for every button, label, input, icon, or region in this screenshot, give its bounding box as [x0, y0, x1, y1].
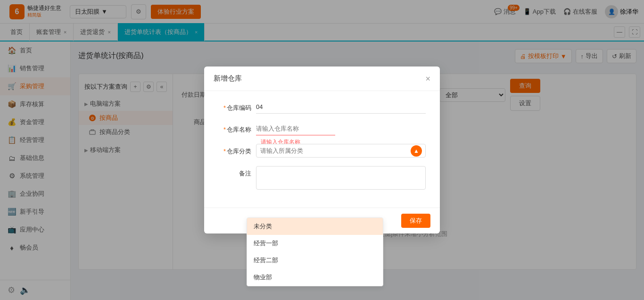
modal-new-warehouse: 新增仓库 × 仓库编码 仓库名称 请输入仓库名称 仓库分类	[204, 67, 440, 233]
category-field-row: 仓库分类 ▲	[218, 144, 426, 158]
dropdown-item-dept3[interactable]: 物业部	[247, 269, 383, 286]
modal-header: 新增仓库 ×	[204, 67, 440, 91]
modal-close-button[interactable]: ×	[425, 75, 430, 83]
note-field-row: 备注	[218, 166, 426, 190]
save-button[interactable]: 保存	[401, 214, 430, 228]
dropdown-item-uncategorized[interactable]: 未分类	[247, 218, 383, 235]
category-toggle-button[interactable]: ▲	[411, 145, 422, 157]
code-field-row: 仓库编码	[218, 100, 426, 114]
note-label: 备注	[218, 166, 256, 178]
category-label: 仓库分类	[218, 144, 256, 156]
category-dropdown: 未分类 经营一部 经营二部 物业部	[247, 217, 383, 286]
modal-body: 仓库编码 仓库名称 请输入仓库名称 仓库分类 ▲	[204, 91, 440, 208]
name-field-row: 仓库名称 请输入仓库名称	[218, 122, 426, 135]
modal-title: 新增仓库	[214, 74, 242, 83]
category-input-wrap: ▲	[256, 144, 426, 158]
name-input[interactable]	[256, 122, 335, 135]
code-input[interactable]	[256, 100, 426, 114]
note-input[interactable]	[256, 166, 426, 190]
category-input[interactable]	[256, 144, 426, 158]
modal-overlay[interactable]: 新增仓库 × 仓库编码 仓库名称 请输入仓库名称 仓库分类	[0, 0, 644, 300]
dropdown-item-dept1[interactable]: 经营一部	[247, 235, 383, 252]
dropdown-item-dept2[interactable]: 经营二部	[247, 252, 383, 269]
name-label: 仓库名称	[218, 122, 256, 134]
code-label: 仓库编码	[218, 100, 256, 112]
